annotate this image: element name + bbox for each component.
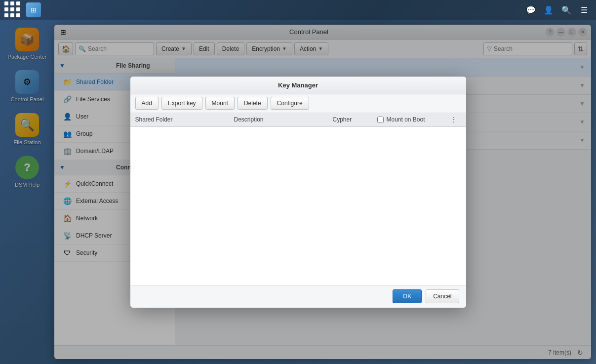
taskbar: ⊞ 💬 👤 🔍 ☰: [0, 0, 596, 20]
modal-ok-button[interactable]: OK: [393, 289, 422, 303]
desktop: 📦 Package Center ⚙ Control Panel 🔍 File …: [0, 20, 596, 364]
search-icon-taskbar[interactable]: 🔍: [558, 2, 574, 18]
mount-on-boot-checkbox[interactable]: [377, 117, 384, 123]
modal-toolbar: Add Export key Mount Delete Configure: [130, 94, 466, 113]
modal-col-shared-folder: Shared Folder: [135, 116, 234, 123]
modal-col-actions: ⋮: [446, 116, 461, 123]
grid-icon: [4, 1, 21, 18]
grid-menu-button[interactable]: [4, 1, 22, 19]
modal-delete-button[interactable]: Delete: [238, 97, 268, 110]
chat-icon[interactable]: 💬: [523, 2, 539, 18]
main-window: ⊞ Control Panel ? — □ ✕ 🏠 🔍 Create ▼ Edi…: [54, 25, 591, 359]
modal-body: [130, 127, 466, 285]
taskbar-menu-icon[interactable]: ☰: [576, 2, 592, 18]
modal-col-description: Description: [234, 116, 333, 123]
user-icon[interactable]: 👤: [541, 2, 556, 18]
control-panel-app-icon: ⊞: [26, 2, 41, 17]
modal-title: Key Manager: [278, 81, 318, 89]
modal-cancel-button[interactable]: Cancel: [426, 289, 459, 303]
control-panel-taskbar-button[interactable]: ⊞: [25, 1, 42, 19]
taskbar-right: 💬 👤 🔍 ☰: [523, 2, 592, 18]
key-manager-modal: Key Manager Add Export key Mount Delete …: [130, 77, 466, 308]
modal-overlay: Key Manager Add Export key Mount Delete …: [54, 25, 591, 359]
modal-col-cypher: Cypher: [333, 116, 377, 123]
modal-configure-button[interactable]: Configure: [271, 97, 309, 110]
modal-export-key-button[interactable]: Export key: [161, 97, 202, 110]
modal-add-button[interactable]: Add: [135, 97, 159, 110]
modal-header: Key Manager: [130, 77, 466, 94]
modal-col-mount-on-boot: Mount on Boot: [377, 116, 446, 123]
modal-mount-button[interactable]: Mount: [205, 97, 235, 110]
modal-footer: OK Cancel: [130, 285, 466, 308]
modal-table-header: Shared Folder Description Cypher Mount o…: [130, 113, 466, 127]
